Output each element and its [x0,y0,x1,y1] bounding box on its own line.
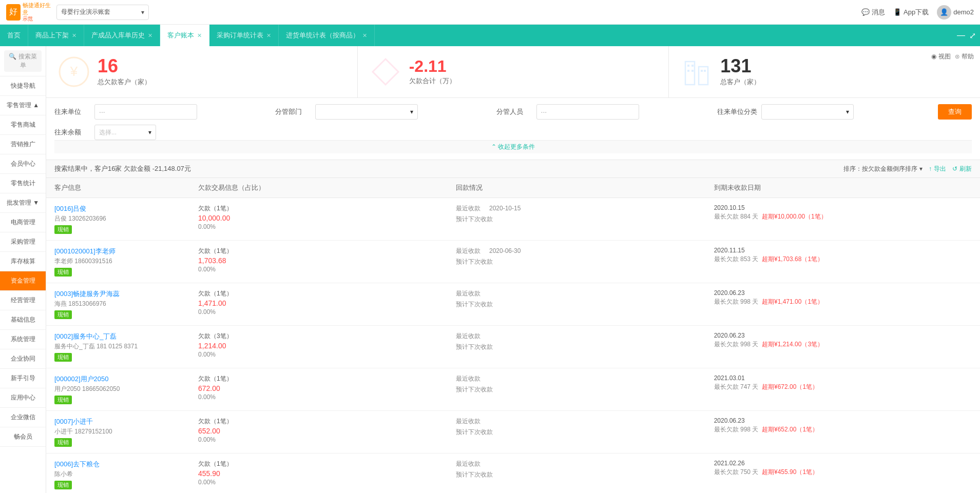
tab-product-off[interactable]: 商品上下架 ✕ [28,25,84,46]
overdue-date: 2021.02.26 [714,460,972,467]
debt-pct: 0.00% [198,393,456,401]
filter-input-manager[interactable]: ··· [536,104,639,120]
sort-button[interactable]: 排序：按欠款金额倒序排序 ▾ [843,165,923,173]
sidebar-item-operation[interactable]: 经营管理 [0,291,46,310]
customer-tag: 现销 [54,481,72,489]
overdue-date: 2020.06.23 [714,417,972,424]
filter-input-source-unit[interactable]: ··· [94,104,197,120]
sidebar-item-new-guide[interactable]: 新手引导 [0,369,46,388]
overdue-info-cell: 2021.02.26 最长欠款 750 天 超期¥455.90（1笔） [714,460,972,477]
debt-amount: 10,000.00 [198,214,456,222]
stat-card-total: 131 总客户（家） ◉ 视图 ⊙ 帮助 [669,46,980,97]
customer-name-link[interactable]: [0002]服务中心_丁磊 [54,332,117,340]
overdue-amount[interactable]: 超期¥455.90（1笔） [762,468,818,476]
user-avatar[interactable]: 👤 demo2 [937,5,974,19]
overdue-info-cell: 2020.06.23 最长欠款 998 天 超期¥652.00（1笔） [714,417,972,434]
filter-group-unit-category: 往来单位分类 ▾ [717,104,930,120]
customer-name-link[interactable]: [000002]用户2050 [54,375,109,383]
tab-incoming-stats[interactable]: 进货单统计表（按商品） ✕ [279,25,375,46]
tab-close-icon[interactable]: ✕ [266,32,271,39]
customer-name-link[interactable]: [0006]去下粮仓 [54,460,100,468]
table-row: [0003]畅捷服务尹海蕊 海燕 18513066976 现销 欠款（1笔） 1… [46,283,980,326]
search-menu-button[interactable]: 🔍 搜索菜单 [4,50,42,72]
tab-close-icon[interactable]: ✕ [72,32,76,39]
sidebar-item-ecommerce[interactable]: 电商管理 [0,213,46,232]
tab-product-history[interactable]: 产成品入库单历史 ✕ [84,25,160,46]
top-bar: 好 畅捷通好生意 示范 母婴行业演示账套 ▾ 💬 消息 📱 App下载 👤 de… [0,0,980,25]
return-label: 最近收款 [456,289,714,298]
filter-group-balance: 往来余额 选择... ▾ [54,125,972,140]
sidebar-item-marketing[interactable]: 营销推广 [0,135,46,154]
sidebar-item-purchase-mgmt[interactable]: 采购管理 [0,232,46,252]
sidebar-item-system[interactable]: 系统管理 [0,330,46,349]
overdue-info-cell: 2020.06.23 最长欠款 998 天 超期¥1,471.00（1笔） [714,289,972,306]
customer-name-link[interactable]: [0016]吕俊 [54,205,86,212]
filter-select-dept[interactable]: ▾ [315,104,418,120]
table-row: [000002]用户2050 用户2050 18665062050 现销 欠款（… [46,368,980,411]
overdue-date: 2020.06.23 [714,289,972,297]
tab-purchase-order[interactable]: 采购订单统计表 ✕ [209,25,279,46]
stat-icon-diamond [370,56,401,87]
overdue-amount[interactable]: 超期¥1,471.00（1笔） [762,298,823,305]
filter-select-unit-category[interactable]: ▾ [761,104,854,120]
overdue-info-cell: 2020.11.15 最长欠款 853 天 超期¥1,703.68（1笔） [714,247,972,264]
sidebar-item-basic-info[interactable]: 基础信息 [0,310,46,330]
overdue-info-cell: 2020.10.15 最长欠款 884 天 超期¥10,000.00（1笔） [714,204,972,221]
overdue-amount[interactable]: 超期¥672.00（1笔） [762,383,818,390]
filter-select-balance[interactable]: 选择... ▾ [94,125,156,140]
stat-card-customers: ¥ 16 总欠款客户（家） [46,46,358,97]
tab-close-icon[interactable]: ✕ [362,32,367,39]
table-row: [0006]去下粮仓 陈小希 现销 欠款（1笔） 455.90 0.00% 最近… [46,453,980,493]
filter-group-dept: 分管部门 ▾ [275,104,488,120]
tab-home[interactable]: 首页 [0,25,28,46]
sidebar-search: 🔍 搜索菜单 [0,46,46,76]
search-button[interactable]: 查询 [938,104,972,120]
return-info-cell: 最近收款 预计下次收款 [456,332,714,351]
refresh-button[interactable]: ↺ 刷新 [952,165,972,173]
debt-label: 欠款（1笔） [198,289,456,298]
filter-label-unit-category: 往来单位分类 [717,107,757,116]
sidebar-item-member-center[interactable]: 会员中心 [0,154,46,174]
table-row: [0002]服务中心_丁磊 服务中心_丁磊 181 0125 8371 现销 欠… [46,326,980,368]
app-download-button[interactable]: 📱 App下载 [893,8,929,17]
tab-minimize-icon[interactable]: — [957,31,965,40]
help-button[interactable]: ⊙ 帮助 [955,52,974,61]
customer-name-link[interactable]: [0001020001]李老师 [54,247,116,255]
sidebar-item-batch-mgmt[interactable]: 批发管理 ▼ [0,193,46,213]
debt-info-cell: 欠款（1笔） 1,471.00 0.00% [198,289,456,315]
sidebar-item-enterprise-wx[interactable]: 企业微信 [0,408,46,427]
sidebar-item-enterprise-coop[interactable]: 企业协同 [0,349,46,369]
sidebar-item-retail-mgmt[interactable]: 零售管理 ▲ [0,96,46,115]
sidebar-item-retail-mall[interactable]: 零售商城 [0,115,46,135]
customer-name-link[interactable]: [0007]小进千 [54,418,93,425]
logo-area: 好 畅捷通好生意 示范 [6,2,52,22]
svg-rect-10 [704,70,706,72]
overdue-amount[interactable]: 超期¥1,214.00（3笔） [762,341,823,348]
stat-value-debt: -2.11 [409,58,456,74]
export-button[interactable]: ↑ 导出 [929,165,946,173]
debt-amount: 1,471.00 [198,299,456,307]
tab-close-icon[interactable]: ✕ [197,32,202,39]
sidebar-item-chang-member[interactable]: 畅会员 [0,427,46,447]
company-selector[interactable]: 母婴行业演示账套 ▾ [56,5,149,20]
debt-pct: 0.00% [198,223,456,230]
collapse-bar[interactable]: ⌃ 收起更多条件 [54,140,972,153]
return-info-cell: 最近收款 2020-06-30 预计下次收款 [456,247,714,266]
debt-label: 欠款（1笔） [198,374,456,383]
tab-maximize-icon[interactable]: ⤢ [969,31,976,41]
sidebar-item-quick-nav[interactable]: 快捷导航 [0,76,46,96]
filter-area: 往来单位 ··· 分管部门 ▾ 分管人员 ··· [46,98,980,160]
customer-name-link[interactable]: [0003]畅捷服务尹海蕊 [54,290,120,298]
message-button[interactable]: 💬 消息 [861,8,885,17]
overdue-amount[interactable]: 超期¥652.00（1笔） [762,426,818,433]
tab-customer-account[interactable]: 客户账本 ✕ [160,25,209,46]
tab-close-icon[interactable]: ✕ [148,32,152,39]
view-button[interactable]: ◉ 视图 [931,52,950,61]
sidebar-item-finance-mgmt[interactable]: 资金管理 [0,271,46,291]
stat-label-customers: 总欠款客户（家） [98,77,151,87]
overdue-amount[interactable]: 超期¥1,703.68（1笔） [762,255,823,263]
sidebar-item-inventory[interactable]: 库存核算 [0,252,46,271]
sidebar-item-app-center[interactable]: 应用中心 [0,388,46,408]
sidebar-item-retail-stats[interactable]: 零售统计 [0,174,46,193]
overdue-amount[interactable]: 超期¥10,000.00（1笔） [762,213,827,220]
